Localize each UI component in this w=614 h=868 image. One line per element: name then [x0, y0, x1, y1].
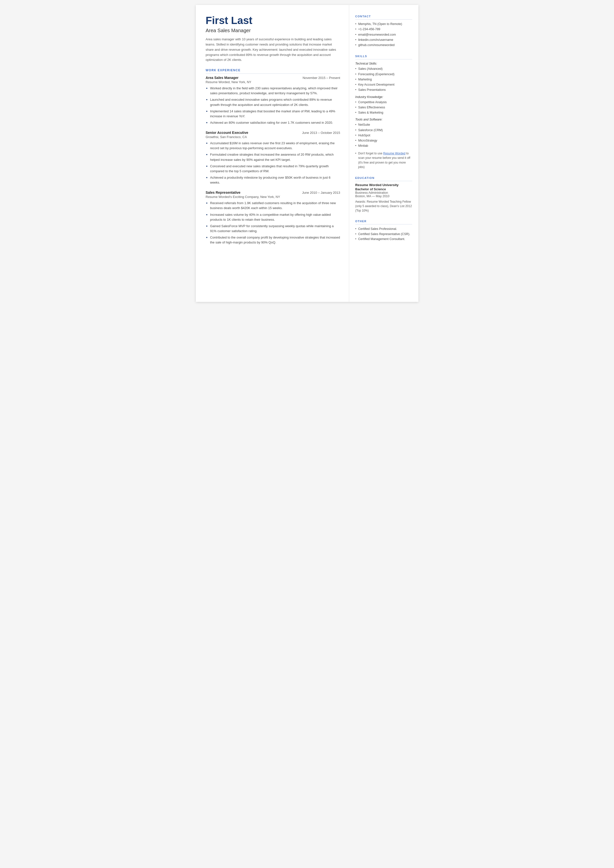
contact-header: CONTACT: [355, 15, 412, 20]
job-1-bullets: Worked directly in the field with 230 sa…: [206, 86, 340, 125]
skill-presentations: Sales Presentations: [355, 87, 412, 93]
job-1-dates: November 2015 – Present: [303, 76, 340, 80]
job-1-title: Area Sales Manager: [206, 76, 239, 80]
contact-location: Memphis, TN (Open to Remote): [355, 22, 412, 27]
other-list: Certified Sales Professional. Certified …: [355, 227, 412, 242]
other-item-2: Certified Sales Representative (CSR).: [355, 231, 412, 237]
other-section: OTHER Certified Sales Professional. Cert…: [355, 220, 412, 242]
work-experience-section: WORK EXPERIENCE Area Sales Manager Novem…: [206, 68, 340, 245]
resume-container: First Last Area Sales Manager Area sales…: [196, 5, 419, 302]
skill-minitab: Minitab: [355, 143, 412, 149]
education-section: EDUCATION Resume Worded University Bache…: [355, 176, 412, 213]
skill-marketing: Marketing: [355, 77, 412, 82]
contact-phone: +1-234-456-789: [355, 27, 412, 32]
job-3-bullets: Received referrals from 1.9K satisfied c…: [206, 201, 340, 245]
candidate-title: Area Sales Manager: [206, 28, 340, 33]
left-column: First Last Area Sales Manager Area sales…: [196, 5, 349, 302]
candidate-summary: Area sales manager with 10 years of succ…: [206, 37, 340, 63]
edu-awards: Awards: Resume Worded Teaching Fellow (o…: [355, 199, 412, 213]
candidate-name: First Last: [206, 15, 340, 26]
job-2-dates: June 2013 – October 2015: [302, 131, 340, 135]
promo-link-text: Resume Worded: [383, 152, 406, 155]
contact-list: Memphis, TN (Open to Remote) +1-234-456-…: [355, 22, 412, 48]
skills-header: SKILLS: [355, 55, 412, 59]
edu-school: Resume Worded University: [355, 183, 412, 187]
contact-github: github.com/resumeworded: [355, 43, 412, 48]
job-1-bullet-3: Implemented 14 sales strategies that boo…: [206, 109, 340, 119]
job-1-company: Resume Worded, New York, NY: [206, 80, 340, 84]
contact-linkedin: linkedin.com/in/username: [355, 37, 412, 43]
job-3-bullet-1: Received referrals from 1.9K satisfied c…: [206, 201, 340, 211]
promo-prefix: Don't forget to use: [358, 152, 383, 155]
job-2-bullet-3: Conceived and executed new sales strateg…: [206, 164, 340, 174]
skill-sales: Sales (Advanced): [355, 66, 412, 71]
job-2-title-row: Senior Account Executive June 2013 – Oct…: [206, 130, 340, 135]
job-3-bullet-4: Contributed to the overall company profi…: [206, 235, 340, 245]
skill-forecasting: Forecasting (Experienced): [355, 72, 412, 77]
technical-skills-label: Technical Skills:: [355, 62, 412, 65]
skills-section: SKILLS Technical Skills: Sales (Advanced…: [355, 55, 412, 169]
job-3-bullet-3: Gained SalesForce MVP for consistently s…: [206, 224, 340, 234]
job-1-bullet-4: Achieved an 80% customer satisfaction ra…: [206, 120, 340, 125]
edu-location: Boston, MA — May 2010: [355, 194, 412, 198]
contact-email: email@resumeworded.com: [355, 32, 412, 37]
job-1: Area Sales Manager November 2015 – Prese…: [206, 76, 340, 125]
edu-field: Business Administration: [355, 191, 412, 194]
skill-key-account: Key Account Development: [355, 82, 412, 87]
other-header: OTHER: [355, 220, 412, 224]
right-column: CONTACT Memphis, TN (Open to Remote) +1-…: [349, 5, 419, 302]
work-experience-header: WORK EXPERIENCE: [206, 68, 340, 74]
tools-skills-list: NetSuite Salesforce (CRM) HubSpot MicroS…: [355, 122, 412, 149]
job-3: Sales Representative June 2010 – January…: [206, 191, 340, 245]
other-item-3: Certified Management Consultant.: [355, 236, 412, 242]
technical-skills-list: Sales (Advanced) Forecasting (Experience…: [355, 66, 412, 93]
job-2-title: Senior Account Executive: [206, 130, 248, 135]
promo-link[interactable]: Resume Worded: [383, 152, 406, 155]
contact-section: CONTACT Memphis, TN (Open to Remote) +1-…: [355, 15, 412, 48]
other-item-1: Certified Sales Professional.: [355, 227, 412, 231]
skill-hubspot: HubSpot: [355, 133, 412, 138]
job-1-title-row: Area Sales Manager November 2015 – Prese…: [206, 76, 340, 80]
skill-effectiveness: Sales Effectiveness: [355, 105, 412, 110]
job-3-bullet-2: Increased sales volume by 40% in a compe…: [206, 212, 340, 222]
job-2-bullet-4: Achieved a productivity milestone by pro…: [206, 175, 340, 185]
industry-skills-list: Competitive Analysis Sales Effectiveness…: [355, 100, 412, 116]
job-2: Senior Account Executive June 2013 – Oct…: [206, 130, 340, 185]
skill-netsuite: NetSuite: [355, 122, 412, 127]
promo-text: Don't forget to use Resume Worded to sca…: [355, 151, 412, 169]
job-2-company: Growthsi, San Francisco, CA: [206, 135, 340, 139]
job-2-bullets: Accumulated $16M in sales revenue over t…: [206, 141, 340, 185]
job-3-company: Resume Worded's Exciting Company, New Yo…: [206, 195, 340, 199]
job-2-bullet-1: Accumulated $16M in sales revenue over t…: [206, 141, 340, 151]
tools-skills-label: Tools and Software:: [355, 118, 412, 121]
skill-sales-marketing: Sales & Marketing: [355, 110, 412, 115]
job-1-bullet-2: Launched and executed innovative sales p…: [206, 97, 340, 107]
skill-salesforce: Salesforce (CRM): [355, 128, 412, 133]
job-3-title-row: Sales Representative June 2010 – January…: [206, 191, 340, 194]
job-3-dates: June 2010 – January 2013: [302, 191, 340, 194]
job-3-title: Sales Representative: [206, 191, 240, 194]
edu-degree: Bachelor of Science: [355, 187, 412, 191]
job-2-bullet-2: Formulated creative strategies that incr…: [206, 152, 340, 162]
education-header: EDUCATION: [355, 176, 412, 181]
skill-microstrategy: MicroStrategy: [355, 138, 412, 143]
skill-competitive: Competitive Analysis: [355, 100, 412, 105]
job-1-bullet-1: Worked directly in the field with 230 sa…: [206, 86, 340, 96]
industry-skills-label: Industry Knowledge:: [355, 95, 412, 99]
